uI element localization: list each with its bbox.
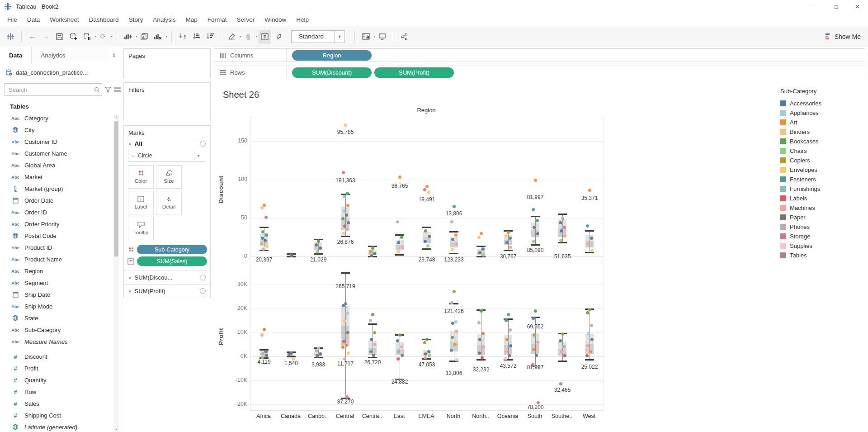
x-axis-label[interactable]: Oceania xyxy=(494,413,521,419)
field-profit[interactable]: #Profit xyxy=(0,362,120,374)
field-sales[interactable]: #Sales xyxy=(0,398,120,409)
mark-circle[interactable] xyxy=(344,123,347,127)
mark-circle[interactable] xyxy=(424,356,427,359)
mark-circle[interactable] xyxy=(480,232,483,235)
mark-circle[interactable] xyxy=(563,226,566,229)
mark-circle[interactable] xyxy=(346,204,349,207)
mark-circle[interactable] xyxy=(370,254,373,257)
mark-circle[interactable] xyxy=(505,338,509,341)
x-axis-label[interactable]: North xyxy=(440,413,467,419)
mark-circle[interactable] xyxy=(450,220,453,223)
tab-data[interactable]: Data xyxy=(0,47,31,64)
mark-circle[interactable] xyxy=(346,192,349,195)
mark-circle[interactable] xyxy=(451,336,454,339)
mark-circle[interactable] xyxy=(509,344,512,347)
field-row[interactable]: #Row xyxy=(0,386,120,398)
sort-ascending-icon[interactable] xyxy=(190,30,202,43)
marks-all-section[interactable]: ∧ All xyxy=(124,139,210,149)
mark-circle[interactable] xyxy=(477,236,481,239)
legend-item-binders[interactable]: Binders xyxy=(780,127,868,137)
mark-circle[interactable] xyxy=(372,354,375,357)
legend-item-machines[interactable]: Machines xyxy=(780,203,868,213)
duplicate-sheet-icon[interactable] xyxy=(138,30,150,43)
color-button[interactable]: Color xyxy=(128,165,154,189)
field-market[interactable]: AbcMarket xyxy=(0,171,120,183)
mark-circle[interactable] xyxy=(261,352,264,355)
mark-circle[interactable] xyxy=(532,317,535,320)
mark-circle[interactable] xyxy=(346,312,349,315)
field-measure-names[interactable]: AbcMeasure Names xyxy=(0,336,120,347)
mark-circle[interactable] xyxy=(319,247,322,250)
mark-circle[interactable] xyxy=(482,253,485,256)
mark-circle[interactable] xyxy=(370,338,373,341)
field-discount[interactable]: #Discount xyxy=(0,351,120,362)
forward-icon[interactable]: → xyxy=(40,30,52,43)
mark-circle[interactable] xyxy=(260,206,264,209)
mark-circle[interactable] xyxy=(590,324,593,327)
field-order-priority[interactable]: AbcOrder Priority xyxy=(0,218,120,230)
legend-item-phones[interactable]: Phones xyxy=(780,222,868,232)
search-field[interactable] xyxy=(5,83,102,96)
mark-circle[interactable] xyxy=(373,252,376,255)
mark-circle[interactable] xyxy=(532,348,535,351)
mark-circle[interactable] xyxy=(290,254,293,257)
mark-circle[interactable] xyxy=(481,247,485,251)
menu-help[interactable]: Help xyxy=(291,16,314,23)
x-axis-label[interactable]: Centra.. xyxy=(359,413,386,419)
mark-circle[interactable] xyxy=(451,322,454,325)
scroll-down-icon[interactable]: ∨ xyxy=(113,426,119,432)
mark-circle[interactable] xyxy=(561,332,564,336)
mark-circle[interactable] xyxy=(396,220,399,223)
mark-circle[interactable] xyxy=(396,250,400,253)
mark-circle[interactable] xyxy=(563,354,566,357)
mark-circle[interactable] xyxy=(563,345,566,348)
filter-fields-icon[interactable] xyxy=(105,87,111,93)
mark-circle[interactable] xyxy=(401,354,404,357)
pill-sum-discount-[interactable]: SUM(Discount) xyxy=(292,67,372,78)
minimize-button[interactable]: ─ xyxy=(804,0,826,13)
field-product-name[interactable]: AbcProduct Name xyxy=(0,253,120,265)
mark-circle[interactable] xyxy=(509,237,512,240)
columns-shelf[interactable]: Columns Region xyxy=(214,48,865,62)
mark-circle[interactable] xyxy=(536,219,539,222)
new-worksheet-icon[interactable] xyxy=(122,30,134,43)
x-axis-label[interactable]: Southe.. xyxy=(548,413,576,419)
pages-card[interactable]: Pages xyxy=(123,48,211,78)
search-input[interactable] xyxy=(5,86,92,93)
mark-circle[interactable] xyxy=(533,333,536,337)
mark-circle[interactable] xyxy=(316,250,319,253)
legend-item-tables[interactable]: Tables xyxy=(780,251,868,260)
mark-circle[interactable] xyxy=(454,233,458,237)
mark-circle[interactable] xyxy=(425,338,429,341)
mark-circle[interactable] xyxy=(590,249,594,252)
chevron-down-icon[interactable]: ▾ xyxy=(165,34,167,38)
mark-circle[interactable] xyxy=(455,358,458,361)
mark-circle[interactable] xyxy=(507,231,510,234)
field-segment[interactable]: AbcSegment xyxy=(0,277,120,289)
field-city[interactable]: City xyxy=(0,124,120,136)
mark-circle[interactable] xyxy=(455,330,458,333)
scroll-up-icon[interactable]: ∧ xyxy=(113,114,119,120)
mark-circle[interactable] xyxy=(586,311,589,314)
mark-circle[interactable] xyxy=(261,237,264,240)
mark-circle[interactable] xyxy=(263,204,266,207)
legend-title[interactable]: Sub-Category xyxy=(780,88,868,95)
field-customer-id[interactable]: AbcCustomer ID xyxy=(0,136,120,147)
legend-item-art[interactable]: Art xyxy=(780,118,868,127)
x-axis-label[interactable]: Caribb.. xyxy=(304,413,331,419)
legend-item-supplies[interactable]: Supplies xyxy=(780,241,868,251)
mark-circle[interactable] xyxy=(428,235,431,238)
x-axis-label[interactable]: South xyxy=(521,413,548,419)
column-field-header[interactable]: Region xyxy=(250,107,603,114)
pill-sum-profit-[interactable]: SUM(Profit) xyxy=(374,67,454,78)
mark-circle[interactable] xyxy=(509,328,512,332)
mark-circle[interactable] xyxy=(342,232,345,235)
field-latitude-generated-[interactable]: Latitude (generated) xyxy=(0,421,120,432)
x-axis-label[interactable]: Canada xyxy=(277,413,304,419)
mark-circle[interactable] xyxy=(424,240,427,243)
mark-circle[interactable] xyxy=(345,228,349,231)
field-postal-code[interactable]: Postal Code xyxy=(0,230,120,242)
menu-file[interactable]: File xyxy=(2,16,22,23)
mark-circle[interactable] xyxy=(343,195,346,198)
sheet-title[interactable]: Sheet 26 xyxy=(223,90,259,100)
